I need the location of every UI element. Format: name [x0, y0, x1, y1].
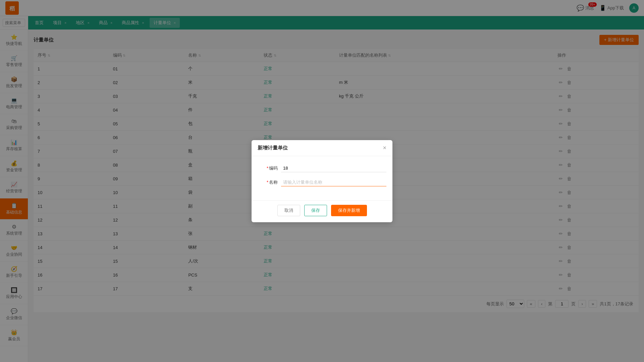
modal-header: 新增计量单位 × — [252, 140, 392, 156]
modal-title: 新增计量单位 — [258, 145, 288, 151]
code-label: *编码 — [258, 165, 278, 171]
cancel-button[interactable]: 取消 — [277, 205, 300, 216]
modal-body: *编码 *名称 — [252, 156, 392, 200]
name-input[interactable] — [281, 178, 386, 186]
modal-close-button[interactable]: × — [383, 145, 386, 151]
modal-overlay[interactable]: 新增计量单位 × *编码 *名称 取消 保存 保存并新增 — [0, 0, 644, 362]
code-input[interactable] — [281, 164, 386, 172]
save-new-button[interactable]: 保存并新增 — [331, 205, 367, 216]
save-button[interactable]: 保存 — [304, 205, 327, 216]
code-form-row: *编码 — [258, 164, 386, 172]
add-unit-modal: 新增计量单位 × *编码 *名称 取消 保存 保存并新增 — [252, 140, 392, 222]
name-form-row: *名称 — [258, 178, 386, 186]
modal-footer: 取消 保存 保存并新增 — [252, 200, 392, 222]
name-label: *名称 — [258, 179, 278, 185]
